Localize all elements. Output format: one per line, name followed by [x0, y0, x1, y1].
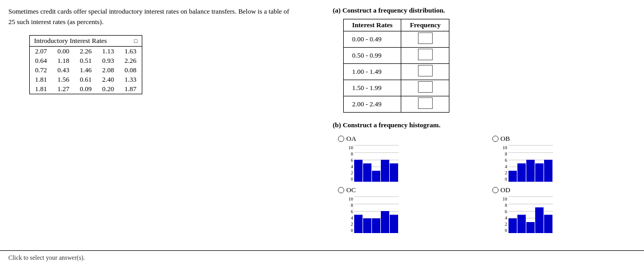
- y-axis-d: 1086420: [503, 196, 507, 233]
- bar-0: [354, 215, 363, 233]
- freq-range-cell: 1.00 - 1.49: [344, 64, 401, 80]
- freq-col-header-2: Frequency: [401, 19, 449, 31]
- footer-text: Click to select your answer(s).: [8, 254, 85, 261]
- table-cell: 1.33: [119, 75, 142, 84]
- bar-0: [509, 218, 517, 233]
- freq-col-header-1: Interest Rates: [344, 19, 401, 31]
- table-cell: 1.13: [97, 47, 119, 57]
- table-cell: 2.26: [75, 47, 97, 57]
- table-cell: 1.81: [30, 84, 52, 94]
- table-cell: 0.20: [97, 84, 119, 94]
- freq-value-cell[interactable]: [401, 48, 449, 64]
- bar-1: [363, 163, 371, 182]
- part-a-label: (a) Construct a frequency distribution.: [333, 6, 636, 15]
- bar-4: [390, 215, 398, 233]
- bar-0: [509, 171, 517, 182]
- table-cell: 0.64: [30, 56, 52, 65]
- bar-2: [526, 160, 535, 182]
- bar-1: [517, 163, 526, 182]
- histogram-option-d[interactable]: OD1086420: [492, 186, 636, 233]
- histograms-grid: OA1086420OB1086420OC1086420OD1086420: [338, 135, 636, 233]
- table-cell: 0.00: [52, 47, 75, 57]
- table-cell: 2.40: [97, 75, 119, 84]
- bar-0: [354, 160, 363, 182]
- option-label-d: OD: [501, 186, 511, 194]
- footer-bar: Click to select your answer(s).: [0, 250, 644, 265]
- y-axis-c: 1086420: [348, 196, 353, 233]
- table-cell: 2.08: [97, 65, 119, 75]
- bar-3: [381, 160, 389, 182]
- bar-4: [544, 160, 552, 182]
- table-caption: Introductory Interest Rates: [34, 37, 107, 45]
- option-label-c: OC: [346, 186, 356, 194]
- bar-3: [535, 163, 544, 182]
- frequency-table: Interest Rates Frequency 0.00 - 0.490.50…: [343, 19, 449, 113]
- table-cell: 0.51: [75, 56, 97, 65]
- freq-input-box[interactable]: [418, 97, 433, 109]
- radio-d[interactable]: [492, 187, 499, 193]
- table-cell: 0.72: [30, 65, 52, 75]
- data-table-wrapper: Introductory Interest Rates □ 2.070.002.…: [29, 35, 142, 94]
- freq-input-box[interactable]: [418, 49, 433, 60]
- table-cell: 1.46: [75, 65, 97, 75]
- histogram-option-b[interactable]: OB1086420: [492, 135, 636, 182]
- table-cell: 0.08: [119, 65, 142, 75]
- radio-a[interactable]: [338, 136, 344, 142]
- intro-text: Sometimes credit cards offer special int…: [8, 6, 317, 27]
- bar-2: [526, 222, 535, 233]
- histogram-chart-b: 1086420: [503, 145, 636, 182]
- table-cell: 1.56: [52, 75, 75, 84]
- freq-range-cell: 1.50 - 1.99: [344, 80, 401, 96]
- right-panel: (a) Construct a frequency distribution. …: [327, 6, 636, 245]
- bar-2: [372, 171, 380, 182]
- radio-b[interactable]: [492, 136, 499, 142]
- histogram-option-c[interactable]: OC1086420: [338, 186, 482, 233]
- table-cell: 1.18: [52, 56, 75, 65]
- left-panel: Sometimes credit cards offer special int…: [8, 6, 327, 245]
- bar-3: [535, 207, 544, 233]
- option-label-b: OB: [501, 135, 510, 143]
- introductory-rates-table: Introductory Interest Rates □ 2.070.002.…: [29, 35, 142, 94]
- bar-2: [372, 218, 380, 233]
- bar-3: [381, 211, 389, 233]
- freq-value-cell[interactable]: [401, 31, 449, 48]
- table-cell: 2.26: [119, 56, 142, 65]
- freq-value-cell[interactable]: [401, 80, 449, 96]
- freq-input-box[interactable]: [418, 65, 433, 76]
- freq-range-cell: 0.00 - 0.49: [344, 31, 401, 48]
- bar-1: [363, 218, 371, 233]
- bar-1: [517, 215, 526, 233]
- histogram-chart-d: 1086420: [503, 196, 636, 233]
- table-cell: 0.61: [75, 75, 97, 84]
- table-cell: 1.81: [30, 75, 52, 84]
- freq-range-cell: 2.00 - 2.49: [344, 96, 401, 113]
- table-cell: 1.63: [119, 47, 142, 57]
- bar-4: [544, 215, 552, 233]
- freq-input-box[interactable]: [418, 32, 433, 44]
- y-axis-a: 1086420: [348, 145, 353, 182]
- freq-value-cell[interactable]: [401, 64, 449, 80]
- table-cell: 0.09: [75, 84, 97, 94]
- freq-range-cell: 0.50 - 0.99: [344, 48, 401, 64]
- table-cell: 2.07: [30, 47, 52, 57]
- y-axis-b: 1086420: [503, 145, 507, 182]
- table-cell: 0.43: [52, 65, 75, 75]
- freq-value-cell[interactable]: [401, 96, 449, 113]
- radio-c[interactable]: [338, 187, 344, 193]
- table-cell: 1.87: [119, 84, 142, 94]
- part-b-label: (b) Construct a frequency histogram.: [333, 121, 636, 129]
- histogram-chart-a: 1086420: [348, 145, 482, 182]
- option-label-a: OA: [346, 135, 356, 143]
- freq-input-box[interactable]: [418, 81, 433, 93]
- table-cell: 0.93: [97, 56, 119, 65]
- histogram-chart-c: 1086420: [348, 196, 482, 233]
- table-cell: 1.27: [52, 84, 75, 94]
- bar-4: [390, 163, 398, 182]
- table-icon: □: [134, 38, 138, 44]
- histogram-option-a[interactable]: OA1086420: [338, 135, 482, 182]
